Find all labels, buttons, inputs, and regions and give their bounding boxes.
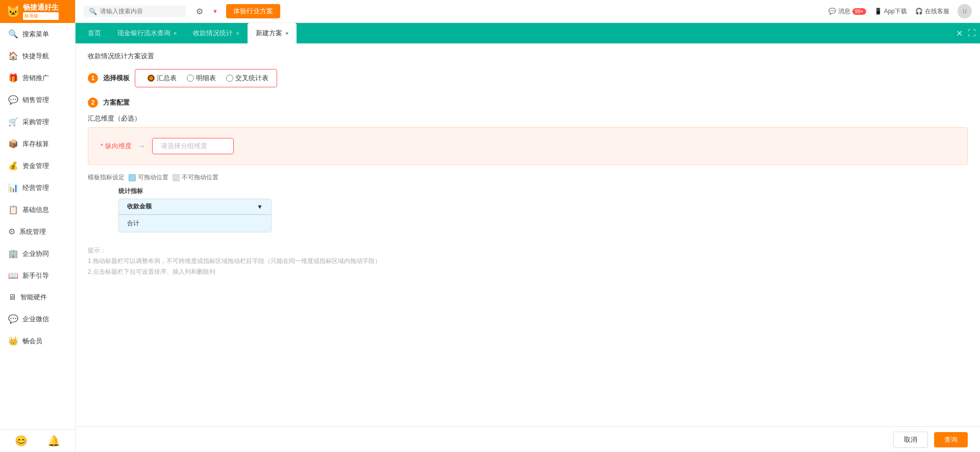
logo-badge: 标准版 [23,12,59,20]
navtab-receipt-stats[interactable]: 收款情况统计× [185,23,247,43]
quick-nav-label: 快捷导航 [22,52,49,61]
radio-summary[interactable]: 汇总表 [148,74,177,83]
draggable-legend-box [129,174,136,181]
wechat-icon: 💬 [8,314,18,324]
sidebar-bottom-icon2[interactable]: 🔔 [47,435,60,447]
fixed-label: 不可拖动位置 [182,173,218,182]
step2-section: 2 方案配置 汇总维度（必选） * 纵向维度 → 请选择分组维度 [88,98,968,276]
sidebar-item-management[interactable]: 📊 经营管理 [0,177,75,199]
marketing-label: 营销推广 [22,74,49,83]
search-input[interactable] [100,8,177,15]
corp-label: 企业协同 [22,249,49,258]
navtab-label-new-plan: 新建方案 [256,29,282,38]
config-section: 汇总维度（必选） * 纵向维度 → 请选择分组维度 模板指标设定 [88,114,968,276]
marketing-icon: 🎁 [8,73,18,83]
inventory-label: 库存核算 [22,139,49,149]
sidebar-item-sales[interactable]: 💬 销售管理 [0,89,75,111]
sidebar-item-wechat[interactable]: 💬 企业微信 [0,308,75,330]
trial-dropdown-icon[interactable]: ▼ [212,8,218,14]
sidebar-item-marketing[interactable]: 🎁 营销推广 [0,67,75,89]
radio-label-detail: 明细表 [196,74,216,83]
sales-icon: 💬 [8,95,18,105]
navtab-close-bank-flow[interactable]: × [174,30,177,36]
step2-number: 2 [88,98,98,108]
navtab-new-plan[interactable]: 新建方案× [248,23,297,43]
query-button[interactable]: 查询 [934,432,968,447]
purchase-icon: 🛒 [8,117,18,127]
step1-section: 1 选择模板 汇总表明细表交叉统计表 [88,69,968,87]
draggable-label: 可拖动位置 [138,173,168,182]
avatar-text: U [963,8,967,14]
radio-input-detail[interactable] [187,75,194,82]
metrics-table-header: 收款金额 ▼ [119,199,271,215]
basic-info-label: 基础信息 [22,205,49,215]
fixed-legend: 不可拖动位置 [173,173,218,182]
sidebar-bottom-icon1[interactable]: 😊 [15,435,28,447]
metrics-table: 收款金额 ▼ 合计 [118,199,272,232]
navtabs-right: ✕ ⛶ [956,29,976,38]
app-download-label: App下载 [884,7,907,16]
window-close-icon[interactable]: ✕ [956,29,963,38]
sidebar-item-finance[interactable]: 💰 资金管理 [0,155,75,177]
sidebar-item-member[interactable]: 👑 畅会员 [0,330,75,352]
navtab-bank-flow[interactable]: 现金银行流水查询× [109,23,185,43]
message-button[interactable]: 💬 消息 99+ [828,7,866,16]
sidebar-item-purchase[interactable]: 🛒 采购管理 [0,111,75,133]
radio-input-summary[interactable] [148,75,155,82]
purchase-label: 采购管理 [22,117,49,127]
window-max-icon[interactable]: ⛶ [968,29,976,38]
footer-bar: 取消 查询 [76,426,980,452]
metrics-label-row: 模板指标设定 可拖动位置 不可拖动位置 [88,173,968,182]
sidebar-item-basic-info[interactable]: 📋 基础信息 [0,199,75,221]
page-content: 收款情况统计方案设置 1 选择模板 汇总表明细表交叉统计表 2 方案配置 [76,43,980,426]
radio-detail[interactable]: 明细表 [187,74,216,83]
sidebar-item-corp[interactable]: 🏢 企业协同 [0,243,75,265]
app-icon: 📱 [874,8,882,15]
sidebar-item-hardware[interactable]: 🖥 智能硬件 [0,287,75,308]
radio-input-cross[interactable] [226,75,233,82]
metrics-table-wrapper: 统计指标 收款金额 ▼ 合计 [118,187,968,234]
app-download-button[interactable]: 📱 App下载 [874,7,907,16]
hardware-label: 智能硬件 [20,293,47,302]
sidebar-item-system[interactable]: ⚙ 系统管理 [0,221,75,243]
system-label: 系统管理 [19,227,46,236]
step1-number: 1 [88,73,98,83]
message-label: 消息 [838,7,850,16]
step1-label: 选择模板 [103,74,130,83]
wechat-label: 企业微信 [22,315,49,324]
trial-button[interactable]: 体验行业方案 [226,4,280,18]
sidebar-item-inventory[interactable]: 📦 库存核算 [0,133,75,155]
sidebar: 🐱 畅捷通好生 标准版 🔍 搜索菜单 🏠 快捷导航 🎁 营销推广 💬 销售管理 … [0,0,76,452]
step2-label: 方案配置 [103,98,130,107]
navtab-home[interactable]: 首页 [80,23,109,43]
quick-nav-icon: 🏠 [8,51,18,61]
navtab-label-home: 首页 [88,29,101,38]
system-icon: ⚙ [8,227,15,236]
sidebar-logo: 🐱 畅捷通好生 标准版 [0,0,75,23]
template-radio-group: 汇总表明细表交叉统计表 [148,74,268,83]
radio-cross[interactable]: 交叉统计表 [226,74,268,83]
message-badge: 99+ [852,8,866,15]
logo-icon: 🐱 [6,5,20,18]
management-label: 经营管理 [22,183,49,193]
navtab-close-receipt-stats[interactable]: × [236,30,239,36]
settings-icon[interactable]: ⚙ [196,7,203,16]
topbar-right: 💬 消息 99+ 📱 App下载 🎧 在线客服 U [828,4,972,18]
sidebar-item-guide[interactable]: 📖 新手引导 [0,265,75,287]
user-avatar[interactable]: U [958,4,972,18]
metrics-header-title: 收款金额 [127,202,152,211]
metrics-dropdown-icon[interactable]: ▼ [257,203,263,210]
topbar-search-box: 🔍 [84,6,186,17]
cancel-button[interactable]: 取消 [893,432,928,448]
page-title: 收款情况统计方案设置 [88,52,968,61]
service-icon: 🎧 [915,8,923,15]
dimension-title: 汇总维度（必选） [88,114,968,123]
online-service-button[interactable]: 🎧 在线客服 [915,7,949,16]
step1-header: 1 选择模板 [88,73,130,83]
sidebar-item-quick-nav[interactable]: 🏠 快捷导航 [0,45,75,67]
sidebar-item-search-menu[interactable]: 🔍 搜索菜单 [0,23,75,45]
dimension-select[interactable]: 请选择分组维度 [152,138,234,154]
navtab-close-new-plan[interactable]: × [285,30,288,36]
template-selection-box: 汇总表明细表交叉统计表 [135,69,277,87]
tip2: 2.点击标题栏下拉可设置排序、插入列和删除列 [88,268,968,276]
